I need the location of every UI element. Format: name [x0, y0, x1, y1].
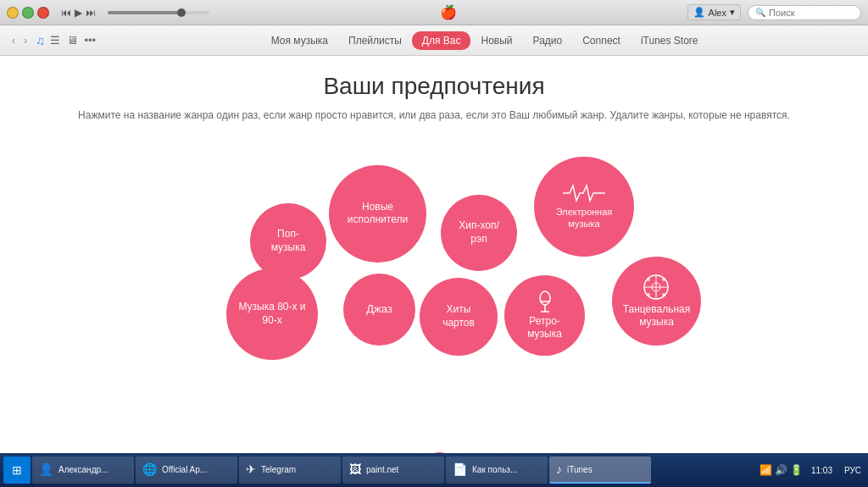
tab-for-you[interactable]: Для Вас	[412, 31, 471, 50]
play-button[interactable]: ▶	[75, 7, 82, 19]
bubble-pop[interactable]: Поп-музыка	[250, 203, 326, 279]
taskbar-item-telegram[interactable]: ✈ Telegram	[239, 457, 341, 484]
taskbar-label-alex: Александр...	[58, 465, 108, 474]
taskbar-item-how[interactable]: 📄 Как польз...	[446, 457, 548, 484]
svg-point-11	[662, 293, 665, 296]
nav-tabs: Моя музыка Плейлисты Для Вас Новый Радио…	[109, 31, 860, 50]
bubble-hiphop[interactable]: Хип-хоп/рэп	[441, 195, 517, 271]
search-icon: 🔍	[755, 8, 765, 17]
taskbar-icon-telegram: ✈	[246, 462, 256, 476]
svg-point-9	[662, 278, 665, 281]
taskbar-item-paint[interactable]: 🖼 paint.net	[342, 457, 444, 484]
window-controls	[7, 7, 49, 19]
volume-icon: 🔊	[775, 464, 787, 476]
network-icon: 📶	[760, 464, 772, 476]
tab-playlists[interactable]: Плейлисты	[338, 31, 412, 50]
bubble-electronic[interactable]: Электронная музыка	[534, 157, 634, 257]
titlebar: ⏮ ▶ ⏭ 🍎 👤 Alex ▾ 🔍	[0, 0, 868, 25]
taskbar-item-itunes[interactable]: ♪ iTunes	[549, 457, 651, 484]
taskbar-label-browser: Official Ap...	[162, 465, 207, 474]
apple-logo-icon: 🍎	[440, 4, 457, 20]
minimize-button[interactable]	[7, 7, 19, 19]
taskbar-icon-paint: 🖼	[349, 462, 361, 476]
taskbar-icon-alex: 👤	[39, 462, 53, 476]
svg-point-8	[647, 278, 650, 281]
tab-itunes-store[interactable]: iTunes Store	[631, 31, 709, 50]
taskbar-label-itunes: iTunes	[567, 465, 593, 474]
taskbar-right: 📶 🔊 🔋 11:03 РУС	[760, 464, 865, 477]
taskbar: ⊞ 👤 Александр... 🌐 Official Ap... ✈ Tele…	[0, 453, 868, 487]
start-button[interactable]: ⊞	[3, 457, 31, 484]
system-clock: 11:03	[806, 465, 837, 476]
bubble-hits[interactable]: Хитычартов	[420, 278, 498, 356]
toolbar: ‹ › ♫ ☰ 🖥 ••• Моя музыка Плейлисты Для В…	[0, 25, 868, 56]
taskbar-items: 👤 Александр... 🌐 Official Ap... ✈ Telegr…	[32, 457, 758, 484]
language-button[interactable]: РУС	[841, 464, 865, 477]
bubble-jazz[interactable]: Джаз	[343, 274, 415, 346]
taskbar-icon-browser: 🌐	[142, 462, 157, 476]
tab-my-music[interactable]: Моя музыка	[261, 31, 338, 50]
list-view-button[interactable]: ☰	[48, 32, 62, 48]
bubble-new-artists[interactable]: Новые исполнители	[329, 165, 426, 263]
bubble-80s90s[interactable]: Музыка 80-х и90-х	[226, 268, 318, 360]
taskbar-label-how: Как польз...	[472, 465, 517, 474]
chevron-down-icon: ▾	[730, 7, 735, 18]
taskbar-icon-how: 📄	[453, 462, 467, 476]
progress-fill	[108, 11, 179, 14]
svg-point-10	[647, 293, 650, 296]
svg-point-0	[540, 291, 550, 305]
clock-time: 11:03	[811, 465, 832, 476]
taskbar-item-alex[interactable]: 👤 Александр...	[32, 457, 134, 484]
titlebar-right: 👤 Alex ▾ 🔍	[687, 4, 861, 20]
taskbar-icon-itunes: ♪	[556, 462, 562, 476]
toolbar-icons: ♫ ☰ 🖥 •••	[36, 32, 97, 48]
search-box[interactable]: 🔍	[748, 5, 861, 20]
taskbar-label-telegram: Telegram	[261, 465, 296, 474]
playback-progress[interactable]	[108, 11, 209, 14]
back-forward-nav: ‹ ›	[8, 33, 31, 48]
search-input[interactable]	[769, 8, 854, 18]
close-button[interactable]	[37, 7, 49, 19]
user-icon: 👤	[693, 7, 705, 18]
tab-radio[interactable]: Радио	[523, 31, 573, 50]
system-tray-icons: 📶 🔊 🔋	[760, 464, 803, 476]
page-title: Ваши предпочтения	[323, 73, 544, 100]
next-button[interactable]: ⏭	[86, 7, 96, 19]
transport-controls: ⏮ ▶ ⏭	[61, 7, 96, 19]
username-label: Alex	[709, 8, 726, 18]
titlebar-center: 🍎	[440, 4, 457, 20]
maximize-button[interactable]	[22, 7, 34, 19]
prev-button[interactable]: ⏮	[61, 7, 71, 19]
titlebar-left: ⏮ ▶ ⏭	[7, 7, 209, 19]
screen-button[interactable]: 🖥	[65, 32, 80, 48]
forward-button[interactable]: ›	[20, 33, 31, 48]
back-button[interactable]: ‹	[8, 33, 19, 48]
tab-connect[interactable]: Connect	[572, 31, 631, 50]
progress-knob[interactable]	[177, 8, 186, 17]
taskbar-item-browser[interactable]: 🌐 Official Ap...	[136, 457, 237, 484]
more-options-button[interactable]: •••	[83, 32, 98, 48]
bubble-dance[interactable]: Танцевальнаямузыка	[612, 257, 701, 346]
bubbles-area: Поп-музыка Новые исполнители Хип-хоп/рэп…	[25, 131, 843, 445]
main-content: Ваши предпочтения Нажмите на название жа…	[0, 56, 868, 453]
music-note-icon[interactable]: ♫	[36, 34, 45, 47]
page-subtitle: Нажмите на название жанра один раз, если…	[78, 108, 790, 123]
user-menu-button[interactable]: 👤 Alex ▾	[687, 4, 741, 20]
battery-icon: 🔋	[790, 464, 803, 476]
bubble-retro[interactable]: Ретро-музыка	[504, 275, 585, 356]
taskbar-label-paint: paint.net	[366, 465, 398, 474]
tab-new[interactable]: Новый	[470, 31, 522, 50]
